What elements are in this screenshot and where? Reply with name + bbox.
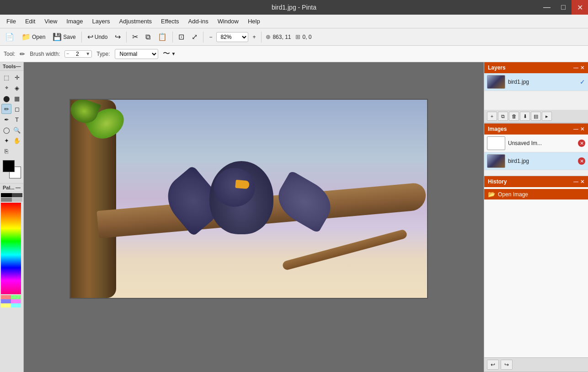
color-light-red[interactable]: [1, 295, 11, 299]
delete-layer-button[interactable]: 🗑: [509, 112, 519, 121]
layer-more-button[interactable]: ▸: [542, 112, 552, 121]
brush-style-dropdown[interactable]: ▼: [171, 51, 176, 56]
tool-pan[interactable]: ✋: [12, 135, 22, 146]
color-spectrum[interactable]: [1, 203, 21, 294]
tool-zoom[interactable]: 🔍: [12, 125, 22, 135]
tools-row-2: ⌖ ◈: [1, 83, 22, 93]
foreground-color-swatch[interactable]: [3, 160, 15, 172]
tool-magic-wand[interactable]: ◈: [12, 83, 22, 93]
menu-image[interactable]: Image: [62, 16, 87, 27]
bird-image-item[interactable]: bird1.jpg ✕: [484, 152, 588, 170]
toolbar-sep-3: [172, 32, 173, 43]
canvas-area[interactable]: [24, 62, 484, 372]
merge-down-button[interactable]: ⬇: [520, 112, 530, 121]
tool-move[interactable]: ✛: [12, 72, 22, 82]
images-header: Images — ✕: [484, 124, 588, 135]
color-black[interactable]: [1, 193, 12, 197]
undo-button[interactable]: ↩ Undo: [84, 31, 111, 43]
color-light-yellow[interactable]: [1, 303, 11, 307]
color-mid-gray[interactable]: [1, 198, 12, 202]
add-layer-button[interactable]: +: [487, 112, 497, 121]
paste-button[interactable]: 📋: [155, 31, 170, 43]
new-button[interactable]: 📄: [2, 31, 17, 43]
layers-list: bird1.jpg ✓: [484, 73, 588, 110]
menu-edit[interactable]: Edit: [21, 16, 40, 27]
history-list: 📂 Open Image: [484, 187, 588, 357]
brush-width-spinner: − ▼: [64, 50, 92, 58]
open-button[interactable]: 📁 Open: [18, 31, 48, 43]
close-button[interactable]: ✕: [572, 0, 588, 15]
menu-view[interactable]: View: [40, 16, 62, 27]
save-button[interactable]: 💾 Save: [49, 31, 79, 43]
color-dark-gray[interactable]: [12, 193, 23, 197]
minimize-button[interactable]: —: [539, 0, 555, 15]
layers-close-btn[interactable]: ✕: [580, 65, 584, 71]
layer-visible-icon[interactable]: ✓: [580, 78, 585, 86]
menu-addins[interactable]: Add-ins: [184, 16, 213, 27]
menu-adjustments[interactable]: Adjustments: [114, 16, 156, 27]
layers-minimize-btn[interactable]: —: [573, 65, 578, 71]
unsaved-image-close-btn[interactable]: ✕: [578, 140, 585, 147]
copy-button[interactable]: ⧉: [142, 31, 154, 43]
undo-label: Undo: [95, 34, 108, 40]
color-light-gray[interactable]: [12, 198, 23, 202]
tool-paintbrush[interactable]: ✏: [1, 104, 11, 114]
palette-header-btn[interactable]: —: [16, 185, 21, 190]
images-minimize-btn[interactable]: —: [573, 126, 578, 132]
color-light-blue[interactable]: [1, 299, 11, 303]
tool-rectangle-select[interactable]: ⬚: [1, 72, 11, 82]
color-light-cyan[interactable]: [11, 303, 21, 307]
layer-item[interactable]: bird1.jpg ✓: [484, 73, 588, 91]
brush-width-increase[interactable]: ▼: [84, 51, 91, 57]
tool-clone-stamp[interactable]: ⎘: [1, 146, 11, 156]
color-selector[interactable]: [2, 159, 22, 179]
history-undo-button[interactable]: ↩: [487, 360, 499, 370]
menu-window[interactable]: Window: [213, 16, 243, 27]
zoom-out-button[interactable]: −: [206, 32, 215, 42]
tool-lasso[interactable]: ⌖: [1, 83, 11, 93]
tools-header-btn[interactable]: —: [16, 64, 21, 69]
menu-file[interactable]: File: [2, 16, 21, 27]
color-light-green[interactable]: [11, 295, 21, 299]
history-close-btn[interactable]: ✕: [580, 179, 584, 185]
tool-eraser[interactable]: ◻: [12, 104, 22, 114]
open-label: Open: [32, 34, 45, 40]
history-minimize-btn[interactable]: —: [573, 179, 578, 185]
images-close-btn[interactable]: ✕: [580, 126, 584, 132]
brush-width-control: − ▼: [64, 50, 92, 58]
bird-image-close-btn[interactable]: ✕: [578, 157, 585, 165]
brush-width-decrease[interactable]: −: [65, 51, 70, 57]
tool-shapes[interactable]: ◯: [1, 125, 11, 135]
type-label: Type:: [96, 51, 110, 57]
color-palette: [0, 192, 23, 308]
zoom-out-icon: −: [209, 34, 212, 40]
tool-paintbucket[interactable]: ⬤: [1, 93, 11, 103]
crop-button[interactable]: ⊡: [175, 31, 187, 43]
tool-pencil[interactable]: ✒: [1, 114, 11, 124]
unsaved-image-item[interactable]: Unsaved Im... ✕: [484, 135, 588, 152]
color-light-magenta[interactable]: [11, 299, 21, 303]
redo-button[interactable]: ↪: [112, 31, 124, 43]
menu-layers[interactable]: Layers: [87, 16, 114, 27]
title: bird1.jpg - Pinta: [272, 4, 316, 11]
tool-eyedropper[interactable]: ✦: [1, 135, 11, 146]
resize-button[interactable]: ⤢: [188, 31, 201, 43]
tool-text[interactable]: T: [12, 114, 22, 124]
history-redo-button[interactable]: ↪: [501, 360, 513, 370]
maximize-button[interactable]: □: [555, 0, 572, 15]
tool-gradient[interactable]: ▦: [12, 93, 22, 103]
flatten-button[interactable]: ▤: [531, 112, 541, 121]
save-icon: 💾: [53, 32, 62, 41]
menu-effects[interactable]: Effects: [156, 16, 184, 27]
cut-button[interactable]: ✂: [129, 31, 141, 43]
brush-width-input[interactable]: [70, 51, 84, 57]
brush-type-select[interactable]: Normal Ink Calligraphy: [115, 49, 158, 59]
duplicate-layer-button[interactable]: ⧉: [498, 112, 508, 121]
history-open-image[interactable]: 📂 Open Image: [484, 189, 588, 199]
history-section: History — ✕ 📂 Open Image ↩ ↪: [484, 176, 588, 372]
menu-help[interactable]: Help: [243, 16, 265, 27]
zoom-in-button[interactable]: +: [249, 32, 259, 42]
zoom-select[interactable]: 82% 100% 50%: [216, 32, 248, 42]
bird-head: [214, 168, 255, 207]
layer-thumb-inner: [487, 75, 505, 88]
